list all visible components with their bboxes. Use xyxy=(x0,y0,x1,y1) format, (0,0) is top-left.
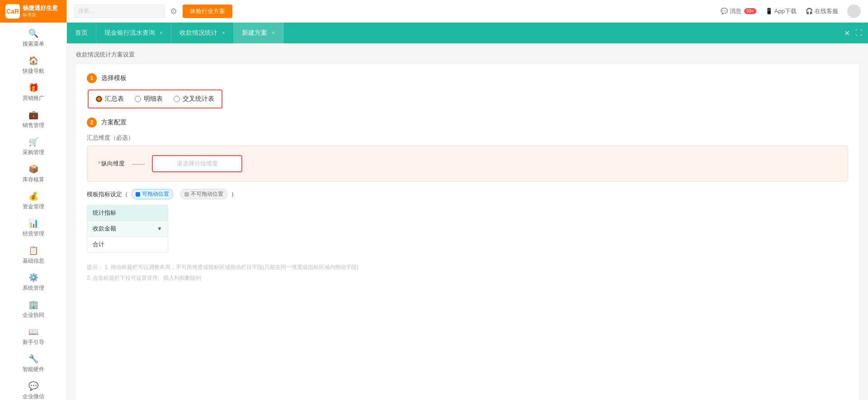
required-mark: * xyxy=(98,160,100,167)
logo-edition: 标准版 xyxy=(23,12,58,18)
tab-home[interactable]: 首页 xyxy=(67,23,96,43)
tab-cashflow-close[interactable]: × xyxy=(160,30,163,36)
step2-section: 2 方案配置 汇总维度（必选） *纵向维度 —— 请选择分组维度 xyxy=(87,118,848,283)
marketing-icon: 🎁 xyxy=(28,83,38,93)
metrics-section: 模板指标设定（ 可拖动位置 不可拖动位置 ） 统计指标 xyxy=(87,189,848,283)
service-icon: 🎧 xyxy=(806,8,813,14)
metrics-label-row: 模板指标设定（ 可拖动位置 不可拖动位置 ） xyxy=(87,189,848,199)
sidebar-item-sales[interactable]: 💼 销售管理 xyxy=(0,106,66,133)
sidebar-item-label: 新手引导 xyxy=(23,339,44,346)
radio-summary-input[interactable] xyxy=(96,96,102,102)
non-draggable-badge: 不可拖动位置 xyxy=(180,189,227,199)
sidebar-item-basic[interactable]: 📋 基础信息 xyxy=(0,241,66,268)
step2-header: 2 方案配置 xyxy=(87,118,848,127)
metrics-table: 统计指标 收款金额 ▼ 合计 xyxy=(87,205,168,253)
radio-detail-input[interactable] xyxy=(135,96,141,102)
sidebar-item-inventory[interactable]: 📦 库存核算 xyxy=(0,160,66,187)
radio-summary[interactable]: 汇总表 xyxy=(96,95,124,103)
tab-cashflow-label: 现金银行流水查询 xyxy=(104,29,155,37)
sidebar-item-label: 智能硬件 xyxy=(23,366,44,373)
sidebar-item-label: 快捷导航 xyxy=(23,67,44,75)
tabbar: 首页 现金银行流水查询 × 收款情况统计 × 新建方案 × ✕ ⛶ xyxy=(67,23,868,43)
metrics-table-header: 统计指标 xyxy=(87,205,168,221)
metrics-amount-label: 收款金额 xyxy=(93,225,116,233)
main-card: 1 选择模板 汇总表 明细表 交叉统计表 xyxy=(76,64,859,400)
sidebar-item-hardware[interactable]: 🔧 智能硬件 xyxy=(0,350,66,377)
sidebar-item-finance[interactable]: 💰 资金管理 xyxy=(0,187,66,214)
download-item[interactable]: 📱 App下载 xyxy=(765,7,797,15)
tips-section: 提示： 1. 拖动标题栏可以调整布局，不可跨维度或指标区域拖动栏目字段(只能在同… xyxy=(87,262,848,283)
message-icon: 💬 xyxy=(721,8,728,14)
radio-summary-label: 汇总表 xyxy=(105,95,124,103)
hardware-icon: 🔧 xyxy=(28,354,38,364)
dimension-row: *纵向维度 —— 请选择分组维度 xyxy=(98,155,837,172)
sidebar-item-label: 系统管理 xyxy=(23,284,44,292)
sidebar-item-enterprise[interactable]: 🏢 企业协同 xyxy=(0,296,66,323)
sidebar-item-marketing[interactable]: 🎁 营销推广 xyxy=(0,79,66,106)
step2-badge: 2 xyxy=(87,118,97,127)
dimension-select-box[interactable]: 请选择分组维度 xyxy=(152,155,242,172)
step2-title: 方案配置 xyxy=(101,118,127,127)
home-icon: 🏠 xyxy=(28,56,38,66)
wechat-icon: 💬 xyxy=(28,381,38,391)
logo-icon: CaR xyxy=(5,4,20,19)
finance-icon: 💰 xyxy=(28,191,38,201)
sidebar-item-guide[interactable]: 📖 新手引导 xyxy=(0,323,66,350)
metrics-label: 模板指标设定（ xyxy=(87,190,128,198)
non-draggable-label: 不可拖动位置 xyxy=(191,190,223,198)
radio-cross[interactable]: 交叉统计表 xyxy=(174,95,214,103)
step1-section: 1 选择模板 汇总表 明细表 交叉统计表 xyxy=(87,73,848,108)
guide-icon: 📖 xyxy=(28,327,38,337)
topbar: 搜索... ⚙ 体验行业方案 💬 消息 99+ 📱 App下载 🎧 在线客服 xyxy=(67,0,868,23)
sidebar-item-label: 基础信息 xyxy=(23,257,44,265)
sidebar-item-system[interactable]: ⚙️ 系统管理 xyxy=(0,268,66,296)
sidebar-logo: CaR 畅捷通好生意 标准版 xyxy=(0,0,66,23)
content-area: 收款情况统计方案设置 1 选择模板 汇总表 明细表 xyxy=(67,43,868,400)
sidebar-item-wechat[interactable]: 💬 企业微信 xyxy=(0,377,66,400)
radio-cross-input[interactable] xyxy=(174,96,180,102)
tab-close-all-button[interactable]: ✕ xyxy=(844,29,850,38)
tab-collection-label: 收款情况统计 xyxy=(179,29,217,37)
sidebar-nav: 🔍 搜索菜单 🏠 快捷导航 🎁 营销推广 💼 销售管理 🛒 采购管理 📦 库存核… xyxy=(0,23,66,400)
sidebar-item-operation[interactable]: 📊 经营管理 xyxy=(0,214,66,241)
tabbar-actions: ✕ ⛶ xyxy=(839,23,868,43)
trial-button[interactable]: 体验行业方案 xyxy=(183,5,232,18)
tab-collection[interactable]: 收款情况统计 × xyxy=(171,23,234,43)
sidebar-item-purchase[interactable]: 🛒 采购管理 xyxy=(0,133,66,160)
metrics-close: ） xyxy=(231,190,237,198)
sidebar-item-nav[interactable]: 🏠 快捷导航 xyxy=(0,52,66,79)
tab-new-plan-close[interactable]: × xyxy=(272,30,275,36)
template-selector: 汇总表 明细表 交叉统计表 xyxy=(88,89,222,108)
dimension-area: *纵向维度 —— 请选择分组维度 xyxy=(87,146,848,182)
notification-label: 消息 xyxy=(730,7,741,15)
tab-cashflow[interactable]: 现金银行流水查询 × xyxy=(96,23,171,43)
metrics-row-total: 合计 xyxy=(87,236,168,252)
tab-collection-close[interactable]: × xyxy=(222,30,225,36)
sidebar-item-search[interactable]: 🔍 搜索菜单 xyxy=(0,24,66,52)
logo-text: 畅捷通好生意 xyxy=(23,5,58,12)
breadcrumb: 收款情况统计方案设置 xyxy=(76,51,859,59)
topbar-right: 💬 消息 99+ 📱 App下载 🎧 在线客服 xyxy=(721,5,861,18)
sidebar: CaR 畅捷通好生意 标准版 🔍 搜索菜单 🏠 快捷导航 🎁 营销推广 💼 销售… xyxy=(0,0,67,400)
metrics-total-label: 合计 xyxy=(93,241,104,248)
sidebar-item-label: 营销推广 xyxy=(23,94,44,102)
notification-item[interactable]: 💬 消息 99+ xyxy=(721,7,756,15)
sidebar-item-label: 企业协同 xyxy=(23,311,44,319)
user-avatar[interactable] xyxy=(847,5,861,18)
metrics-row-amount[interactable]: 收款金额 ▼ xyxy=(87,221,168,236)
tip-1: 提示： 1. 拖动标题栏可以调整布局，不可跨维度或指标区域拖动栏目字段(只能在同… xyxy=(87,262,848,273)
operation-icon: 📊 xyxy=(28,218,38,228)
arrow-icon: —— xyxy=(132,160,145,167)
service-item[interactable]: 🎧 在线客服 xyxy=(806,7,838,15)
search-icon: 🔍 xyxy=(28,28,38,38)
radio-detail[interactable]: 明细表 xyxy=(135,95,163,103)
main-area: 搜索... ⚙ 体验行业方案 💬 消息 99+ 📱 App下载 🎧 在线客服 xyxy=(67,0,868,400)
step1-title: 选择模板 xyxy=(101,74,127,82)
dropdown-arrow-icon: ▼ xyxy=(157,226,162,232)
radio-cross-label: 交叉统计表 xyxy=(183,95,214,103)
settings-icon[interactable]: ⚙ xyxy=(170,6,177,16)
notification-badge: 99+ xyxy=(744,8,756,14)
tab-maximize-button[interactable]: ⛶ xyxy=(855,29,863,37)
system-icon: ⚙️ xyxy=(28,273,38,282)
tab-new-plan[interactable]: 新建方案 × xyxy=(234,23,283,43)
